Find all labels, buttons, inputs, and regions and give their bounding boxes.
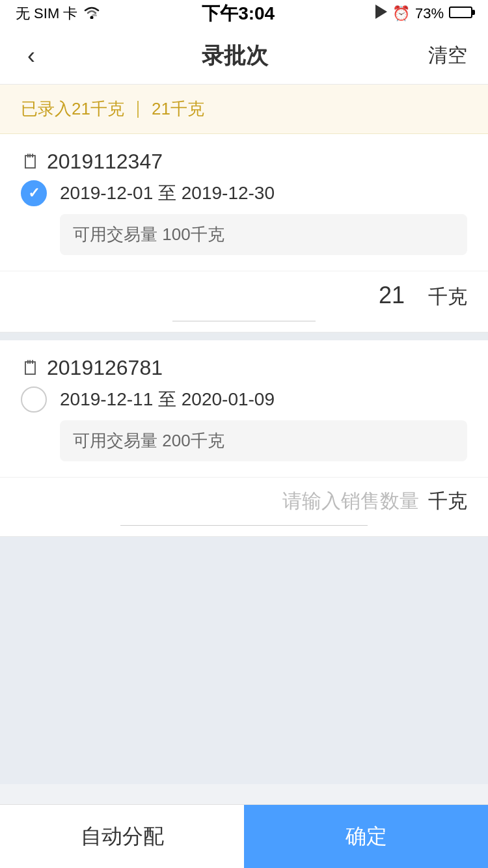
bottom-bar: 自动分配 确定 [0, 804, 488, 868]
svg-marker-1 [375, 5, 387, 19]
confirm-button[interactable]: 确定 [244, 805, 488, 868]
batch-2-header: 🗒 2019126781 [21, 356, 467, 380]
batch-2-qty: 可用交易量 200千克 [60, 420, 467, 461]
nav-bar: ‹ 录批次 清空 [0, 27, 488, 85]
page-title: 录批次 [202, 41, 268, 71]
batch-1-id: 2019112347 [47, 150, 163, 174]
empty-area [0, 537, 488, 784]
batch-2-date: 2019-12-11 至 2020-01-09 [60, 387, 275, 412]
batch-2-row[interactable]: 2019-12-11 至 2020-01-09 [21, 387, 467, 413]
clear-button[interactable]: 清空 [428, 42, 467, 69]
back-button[interactable]: ‹ [21, 36, 42, 76]
status-bar: 无 SIM 卡 下午3:04 ⏰ 73% [0, 0, 488, 27]
info-banner: 已录入21千克 21千克 [0, 85, 488, 134]
sim-label: 无 SIM 卡 [16, 4, 77, 23]
batch-2-icon: 🗒 [21, 357, 40, 379]
recorded-value: 21千克 [152, 98, 204, 120]
recorded-label: 已录入21千克 [21, 98, 124, 120]
batch-1-row[interactable]: 2019-12-01 至 2019-12-30 [21, 180, 467, 206]
wifi-icon [83, 5, 101, 23]
amount-underline [172, 321, 316, 321]
input-underline [120, 525, 368, 526]
auto-distribute-button[interactable]: 自动分配 [0, 805, 244, 868]
batch-1-amount: 21 [379, 282, 405, 309]
batch-1-radio[interactable] [21, 180, 47, 206]
qty-input[interactable] [211, 490, 419, 512]
batch-1-date: 2019-12-01 至 2019-12-30 [60, 181, 275, 206]
svg-point-0 [90, 16, 94, 20]
location-icon [375, 5, 387, 23]
batch-1-unit: 千克 [428, 284, 467, 310]
battery-percent: 73% [415, 5, 444, 22]
batch-2-radio[interactable] [21, 387, 47, 413]
battery-icon [449, 5, 472, 22]
section-divider [0, 332, 488, 340]
batch-1-header: 🗒 2019112347 [21, 150, 467, 174]
info-divider [137, 101, 139, 118]
input-unit: 千克 [428, 488, 467, 515]
status-time: 下午3:04 [202, 1, 275, 26]
batch-1-icon: 🗒 [21, 151, 40, 173]
batch-2-id: 2019126781 [47, 356, 163, 380]
batch-item-2: 🗒 2019126781 2019-12-11 至 2020-01-09 可用交… [0, 340, 488, 478]
status-left: 无 SIM 卡 [16, 4, 101, 23]
batch-item-1: 🗒 2019112347 2019-12-01 至 2019-12-30 可用交… [0, 134, 488, 271]
batch-1-qty: 可用交易量 100千克 [60, 214, 467, 255]
alarm-icon: ⏰ [392, 5, 410, 22]
status-right: ⏰ 73% [375, 5, 472, 23]
